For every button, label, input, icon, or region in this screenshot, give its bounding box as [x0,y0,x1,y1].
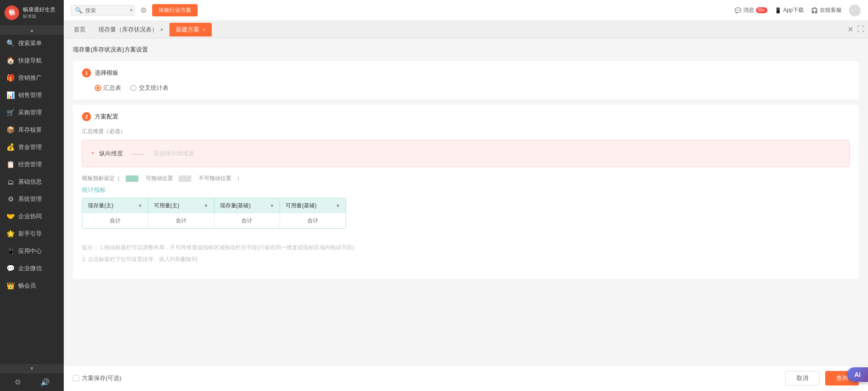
basic-info-icon: 🗂 [6,178,15,186]
sidebar-item-sales[interactable]: 📊 销售管理 [0,87,64,104]
speaker-icon[interactable]: 🔊 [41,378,50,386]
messages-label: 消息 [743,6,754,14]
messages-item[interactable]: 💬 消息 99+ [735,6,767,14]
tab-home-label: 首页 [74,26,86,34]
stats-table: 现存量(主) ▼ 可用量(主) ▼ 现存量(基辅) ▼ 可用量(基辅) ▼ [82,198,346,229]
sidebar: 畅 畅康通好生意 标准版 ▲ 🔍 搜索菜单 🏠 快捷导航 🎁 营销推广 📊 销售… [0,0,64,391]
stats-cell-3: 合计 [280,213,346,228]
radio-summary-label: 汇总表 [103,84,121,92]
stats-col-2[interactable]: 现存量(基辅) ▼ [214,198,281,213]
tab-new-plan-label: 新建方案 [176,26,199,34]
step1-header: 1 选择模板 [82,68,850,77]
headset-icon: 🎧 [811,7,818,14]
finance-icon: 💰 [6,143,15,151]
sidebar-item-new-guide-label: 新手引导 [18,230,42,238]
stats-table-body: 合计 合计 合计 合计 [82,213,346,228]
tab-new-plan-close[interactable]: × [202,27,205,32]
tab-close-all-icon[interactable]: ✕ [848,25,853,34]
ai-float-button[interactable]: Ai [847,367,868,382]
app-download-item[interactable]: 📱 App下载 [775,6,804,14]
radio-summary[interactable]: 汇总表 [95,84,121,92]
cancel-button[interactable]: 取消 [785,371,820,386]
sidebar-scroll-up[interactable]: ▲ [0,26,64,35]
sidebar-item-finance[interactable]: 💰 资金管理 [0,139,64,156]
search-menu-icon: 🔍 [6,39,15,47]
online-service-item[interactable]: 🎧 在线客服 [811,6,842,14]
dimension-area[interactable]: * 纵向维度 —— 请选择分组维度 [82,140,850,167]
sidebar-item-management[interactable]: 📋 经营管理 [0,156,64,173]
stats-col-3[interactable]: 可用量(基辅) ▼ [280,198,346,213]
search-chevron-icon[interactable]: ▼ [129,8,133,13]
search-input[interactable] [85,7,126,14]
sidebar-item-management-label: 经营管理 [18,160,42,169]
radio-cross-label: 交叉统计表 [139,84,168,92]
sidebar-item-finance-label: 资金管理 [18,143,42,151]
search-box[interactable]: 🔍 ▼ [71,5,135,15]
stats-col-3-label: 可用量(基辅) [286,202,317,210]
radio-summary-dot [95,85,101,91]
sidebar-item-marketing[interactable]: 🎁 营销推广 [0,69,64,87]
stats-col-0-chevron[interactable]: ▼ [138,203,143,208]
tab-inventory-close[interactable]: × [160,27,163,32]
tips-line2: 2. 点击标题栏下拉可设置排序、插入列和删除列 [82,255,850,265]
sidebar-item-new-guide[interactable]: 🌟 新手引导 [0,225,64,242]
footer: 方案保存(可选) 取消 查询 [64,365,868,391]
non-draggable-label: 不可拖动位置 [199,175,231,182]
save-checkbox[interactable] [73,375,79,381]
sidebar-item-wechat-label: 企业微信 [18,264,42,273]
tab-new-plan[interactable]: 新建方案 × [169,23,211,36]
sidebar-item-search-menu[interactable]: 🔍 搜索菜单 [0,35,64,52]
stats-col-2-label: 现存量(基辅) [220,202,251,210]
sidebar-item-purchase[interactable]: 🛒 采购管理 [0,104,64,121]
sidebar-item-inventory[interactable]: 📦 库存核算 [0,121,64,139]
radio-cross[interactable]: 交叉统计表 [130,84,168,92]
experience-button[interactable]: 体验行业方案 [152,4,198,16]
sidebar-item-system[interactable]: ⚙ 系统管理 [0,190,64,208]
tab-home[interactable]: 首页 [67,23,92,36]
sidebar-item-wechat[interactable]: 💬 企业微信 [0,260,64,277]
stats-col-1[interactable]: 可用量(主) ▼ [148,198,214,213]
sidebar-item-sales-label: 销售管理 [18,91,42,99]
main-area: 🔍 ▼ ⚙ 体验行业方案 💬 消息 99+ 📱 App下载 🎧 在线客服 [64,0,868,391]
template-options: 汇总表 交叉统计表 [95,84,850,92]
user-avatar[interactable] [849,5,861,16]
stats-col-2-chevron[interactable]: ▼ [270,203,274,208]
stats-col-0[interactable]: 现存量(主) ▼ [82,198,148,213]
tab-expand-icon[interactable]: ⛶ [857,25,864,34]
settings-icon[interactable]: ⚙ [15,378,21,386]
draggable-badge [126,175,138,182]
save-option[interactable]: 方案保存(可选) [73,374,122,382]
sidebar-bottom: ⚙ 🔊 [0,373,64,391]
gear-icon[interactable]: ⚙ [140,6,147,15]
step2-section: 2 方案配置 汇总维度（必选） * 纵向维度 —— 请选择分组维度 模板指标设定… [73,105,859,279]
logo-text-area: 畅康通好生意 标准版 [23,6,56,20]
content-area: 现存量(库存状况表)方案设置 1 选择模板 汇总表 交叉统计表 2 [64,38,868,365]
stats-col-1-chevron[interactable]: ▼ [204,203,209,208]
logo-area: 畅 畅康通好生意 标准版 [0,0,64,26]
logo-icon: 畅 [5,5,19,20]
dimension-dash: —— [132,150,144,157]
sidebar-item-quick-nav-label: 快捷导航 [18,57,42,65]
stats-col-3-chevron[interactable]: ▼ [336,203,340,208]
sidebar-item-basic-info[interactable]: 🗂 基础信息 [0,173,64,190]
step1-section: 1 选择模板 汇总表 交叉统计表 [73,61,859,99]
topbar-right: 💬 消息 99+ 📱 App下载 🎧 在线客服 [735,5,861,16]
sidebar-item-member[interactable]: 👑 畅会员 [0,277,64,294]
sidebar-item-cooperation[interactable]: 🤝 企业协同 [0,208,64,225]
cooperation-icon: 🤝 [6,212,15,221]
step1-title: 选择模板 [95,69,118,77]
stats-table-header: 现存量(主) ▼ 可用量(主) ▼ 现存量(基辅) ▼ 可用量(基辅) ▼ [82,198,346,213]
save-label: 方案保存(可选) [82,374,122,382]
draggable-label: 可拖动位置 [146,175,173,182]
indicator-settings-label: 模板指标设定（ 可拖动位置 不可拖动位置 ） [82,175,850,182]
message-icon: 💬 [735,7,741,14]
stats-col-0-label: 现存量(主) [88,202,113,210]
sidebar-item-app-center[interactable]: 📱 应用中心 [0,242,64,260]
stats-cell-0: 合计 [82,213,148,228]
sidebar-scroll-down[interactable]: ▼ [0,364,64,373]
sidebar-item-quick-nav[interactable]: 🏠 快捷导航 [0,52,64,69]
indicator-settings-text: 模板指标设定（ [82,175,120,182]
tab-inventory[interactable]: 现存量（库存状况表） × [92,23,169,36]
online-service-label: 在线客服 [820,6,842,14]
sidebar-item-system-label: 系统管理 [18,195,42,203]
